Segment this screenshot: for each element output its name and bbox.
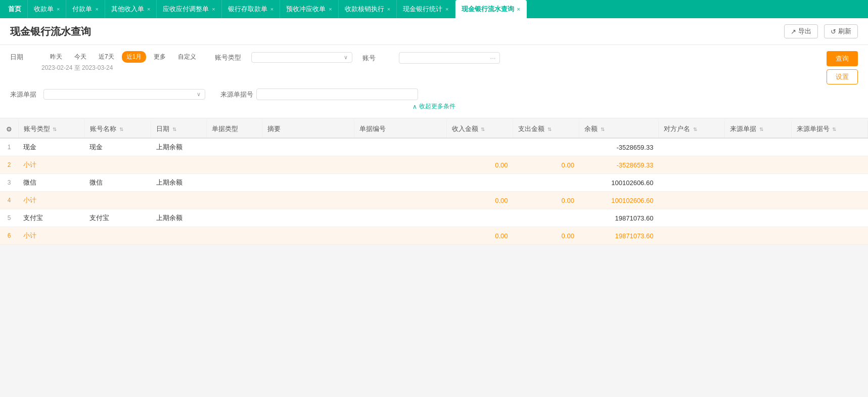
- table-cell[interactable]: 1: [0, 138, 18, 156]
- table-cell[interactable]: 3: [0, 174, 18, 192]
- table-cell: [206, 192, 262, 209]
- table-cell: [262, 192, 354, 209]
- table-cell: [446, 174, 513, 192]
- table-cell: [446, 138, 513, 156]
- table-cell: [725, 192, 791, 209]
- table-cell: 微信: [84, 174, 151, 192]
- account-input-wrap: ···: [399, 52, 500, 64]
- table-cell: [151, 156, 206, 174]
- table-cell: [658, 227, 724, 245]
- nav-tab-4[interactable]: 银行存取款单 ×: [222, 0, 280, 18]
- date-today-btn[interactable]: 今天: [70, 51, 91, 63]
- account-input[interactable]: [403, 54, 490, 62]
- nav-tab-2[interactable]: 其他收入单 ×: [105, 0, 157, 18]
- date-7days-btn[interactable]: 近7天: [94, 51, 119, 63]
- table-cell: 0.00: [513, 156, 579, 174]
- table-body: 1现金现金上期余额-3528659.332小计0.000.00-3528659.…: [0, 138, 868, 245]
- table-cell: [262, 156, 354, 174]
- close-tab-3[interactable]: ×: [212, 6, 215, 12]
- refresh-button[interactable]: ↺ 刷新: [824, 24, 858, 38]
- table-cell: 上期余额: [151, 209, 206, 227]
- col-date[interactable]: 日期 ⇅: [151, 120, 206, 138]
- data-table: ⚙ 账号类型 ⇅ 账号名称 ⇅ 日期 ⇅ 单据类型: [0, 120, 868, 245]
- source-doc-select[interactable]: ∨: [43, 89, 205, 100]
- source-doc-label: 来源单据: [10, 90, 40, 99]
- table-cell: [725, 156, 791, 174]
- table-cell: 0.00: [513, 227, 579, 245]
- nav-tab-5[interactable]: 预收冲应收单 ×: [280, 0, 338, 18]
- close-tab-1[interactable]: ×: [95, 6, 98, 12]
- date-1month-btn[interactable]: 近1月: [122, 51, 147, 63]
- close-tab-8[interactable]: ×: [517, 6, 520, 12]
- filter-area: 日期 昨天 今天 近7天 近1月 更多 自定义 2023-02-24 至 202…: [0, 45, 868, 118]
- col-gear[interactable]: ⚙: [0, 120, 18, 138]
- nav-tab-0[interactable]: 收款单 ×: [28, 0, 66, 18]
- close-tab-0[interactable]: ×: [57, 6, 60, 12]
- table-row: 4小计0.000.00100102606.60: [0, 192, 868, 209]
- table-cell: 现金: [84, 138, 151, 156]
- col-account-type[interactable]: 账号类型 ⇅: [18, 120, 84, 138]
- query-button[interactable]: 查询: [827, 51, 858, 66]
- table-cell[interactable]: 2: [0, 156, 18, 174]
- col-income[interactable]: 收入金额 ⇅: [446, 120, 513, 138]
- close-tab-6[interactable]: ×: [387, 6, 390, 12]
- account-label: 账号: [362, 54, 393, 63]
- date-filter-label: 日期: [10, 53, 40, 62]
- nav-home[interactable]: 首页: [2, 0, 28, 18]
- col-doc-no[interactable]: 单据编号: [354, 120, 446, 138]
- table-cell: [658, 156, 724, 174]
- table-cell[interactable]: 5: [0, 209, 18, 227]
- col-expense[interactable]: 支出金额 ⇅: [513, 120, 579, 138]
- settings-button[interactable]: 设置: [827, 69, 858, 84]
- table-cell: [791, 192, 867, 209]
- close-tab-2[interactable]: ×: [147, 6, 150, 12]
- date-more-btn[interactable]: 更多: [149, 51, 170, 63]
- col-doc-type[interactable]: 单据类型: [206, 120, 262, 138]
- table-cell[interactable]: 4: [0, 192, 18, 209]
- page-header: 现金银行流水查询 ↗ 导出 ↺ 刷新: [0, 18, 868, 45]
- collapse-bar[interactable]: ∧ 收起更多条件: [10, 100, 858, 114]
- table-cell: 小计: [18, 192, 84, 209]
- table-cell[interactable]: 6: [0, 227, 18, 245]
- table-cell: [262, 174, 354, 192]
- date-yesterday-btn[interactable]: 昨天: [45, 51, 67, 63]
- table-cell: [354, 138, 446, 156]
- col-balance[interactable]: 余额 ⇅: [579, 120, 659, 138]
- table-cell: [354, 174, 446, 192]
- table-cell: 19871073.60: [579, 227, 659, 245]
- col-summary[interactable]: 摘要: [262, 120, 354, 138]
- table-cell: [354, 209, 446, 227]
- col-source-doc[interactable]: 来源单据 ⇅: [725, 120, 791, 138]
- account-dots[interactable]: ···: [490, 54, 496, 62]
- col-source-doc-no[interactable]: 来源单据号 ⇅: [791, 120, 867, 138]
- table-row: 5支付宝支付宝上期余额19871073.60: [0, 209, 868, 227]
- export-icon: ↗: [791, 28, 796, 35]
- source-doc-no-input[interactable]: [261, 91, 414, 98]
- table-cell: 0.00: [446, 227, 513, 245]
- close-tab-5[interactable]: ×: [329, 6, 332, 12]
- table-header-row: ⚙ 账号类型 ⇅ 账号名称 ⇅ 日期 ⇅ 单据类型: [0, 120, 868, 138]
- close-tab-7[interactable]: ×: [445, 6, 448, 12]
- refresh-icon: ↺: [831, 28, 836, 35]
- table-cell: [658, 174, 724, 192]
- nav-tab-6[interactable]: 收款核销执行 ×: [339, 0, 397, 18]
- sort-balance-icon: ⇅: [601, 126, 605, 132]
- sort-date-icon: ⇅: [172, 126, 176, 132]
- nav-tab-3[interactable]: 应收应付调整单 ×: [157, 0, 221, 18]
- col-account-name[interactable]: 账号名称 ⇅: [84, 120, 151, 138]
- table-cell: [354, 156, 446, 174]
- nav-tab-7[interactable]: 现金银行统计 ×: [397, 0, 455, 18]
- date-custom-btn[interactable]: 自定义: [173, 51, 201, 63]
- table-cell: [84, 227, 151, 245]
- col-counterpart[interactable]: 对方户名 ⇅: [658, 120, 724, 138]
- table-cell: [206, 209, 262, 227]
- account-type-select[interactable]: ∨: [251, 52, 352, 63]
- table-cell: [84, 156, 151, 174]
- table-cell: [151, 192, 206, 209]
- close-tab-4[interactable]: ×: [270, 6, 273, 12]
- nav-tab-8[interactable]: 现金银行流水查询 ×: [455, 0, 527, 18]
- table-cell: 上期余额: [151, 174, 206, 192]
- top-navigation: 首页 收款单 × 付款单 × 其他收入单 × 应收应付调整单 × 银行存取款单 …: [0, 0, 868, 18]
- export-button[interactable]: ↗ 导出: [784, 24, 818, 38]
- nav-tab-1[interactable]: 付款单 ×: [66, 0, 105, 18]
